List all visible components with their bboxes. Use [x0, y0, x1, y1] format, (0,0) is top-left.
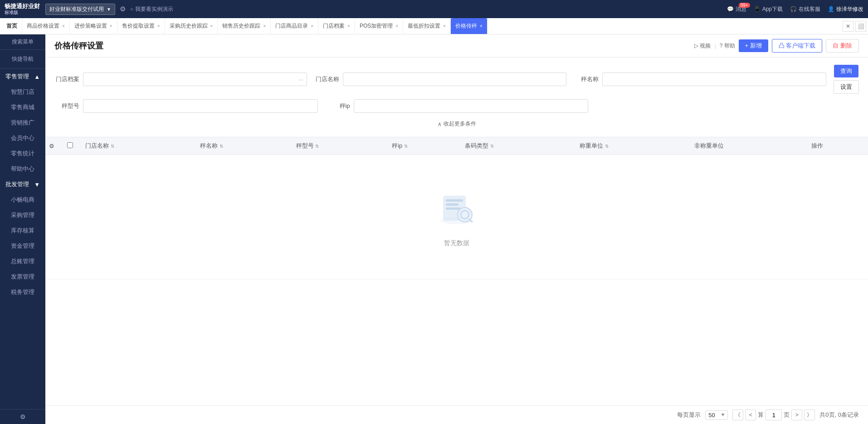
sidebar-item-0-4[interactable]: 零售统计	[0, 146, 45, 161]
table-header-5[interactable]: 秤ip ⇅	[388, 137, 461, 155]
download-button[interactable]: 凸 客户端下载	[772, 39, 823, 53]
page-number-input[interactable]	[766, 410, 782, 420]
tab-item-5[interactable]: 销售历史价跟踪×	[218, 18, 271, 34]
headset-icon: 🎧	[790, 6, 797, 12]
tab-item-1[interactable]: 商品价格设置×	[22, 18, 70, 34]
sidebar-settings-icon[interactable]: ⚙	[0, 409, 45, 424]
select-all-checkbox[interactable]	[67, 142, 73, 148]
sidebar-quick-nav: 快捷导航	[0, 50, 45, 69]
app-download-button[interactable]: 📱 App下载	[754, 5, 783, 13]
page-header: 价格传秤设置 ▷ 视频 | ? 帮助 + 新增 凸 客户端下载 自 删除	[45, 34, 868, 58]
query-button[interactable]: 查询	[834, 65, 858, 77]
online-service-button[interactable]: 🎧 在线客服	[790, 5, 820, 13]
sidebar-group-1[interactable]: 批发管理▼	[0, 177, 45, 192]
table-wrapper: ⚙门店名称 ⇅秤名称 ⇅秤型号 ⇅秤ip ⇅条码类型 ⇅称重单位 ⇅非称重单位操…	[45, 137, 868, 405]
tab-close-5[interactable]: ×	[263, 24, 266, 29]
tab-item-2[interactable]: 进价策略设置×	[70, 18, 117, 34]
help-link[interactable]: ? 帮助	[720, 42, 735, 50]
next-page-button[interactable]: >	[791, 410, 802, 420]
tab-close-4[interactable]: ×	[210, 24, 213, 29]
user-profile-button[interactable]: 👤 徐泽华修改	[828, 5, 863, 13]
tab-close-2[interactable]: ×	[110, 24, 112, 29]
data-table: ⚙门店名称 ⇅秤名称 ⇅秤型号 ⇅秤ip ⇅条码类型 ⇅称重单位 ⇅非称重单位操…	[45, 137, 868, 279]
sidebar-extra-item-2[interactable]: 库存核算	[0, 223, 45, 238]
video-link[interactable]: ▷ 视频	[694, 42, 711, 50]
last-page-button[interactable]: 》	[804, 410, 815, 420]
tab-item-9[interactable]: 最低折扣设置×	[403, 18, 451, 34]
svg-rect-2	[446, 199, 463, 202]
table-header-2[interactable]: 门店名称 ⇅	[82, 137, 196, 155]
empty-icon	[434, 187, 479, 232]
table-header-3[interactable]: 秤名称 ⇅	[196, 137, 293, 155]
tab-item-8[interactable]: POS加密管理×	[355, 18, 403, 34]
close-tab-button[interactable]: ✕	[843, 21, 853, 32]
prev-page-button[interactable]: <	[745, 410, 756, 420]
table-header-6[interactable]: 条码类型 ⇅	[461, 137, 576, 155]
tab-controls: ✕ ⬜	[843, 21, 866, 32]
sidebar-item-0-5[interactable]: 帮助中心	[0, 161, 45, 177]
sidebar-extra-item-1[interactable]: 采购管理	[0, 207, 45, 223]
tab-item-7[interactable]: 门店档案×	[318, 18, 355, 34]
store-file-input-wrapper: ···	[83, 72, 307, 86]
total-info: 共0页, 0条记录	[819, 411, 859, 419]
sidebar-item-0-1[interactable]: 零售商城	[0, 100, 45, 115]
sidebar-item-0-0[interactable]: 智慧门店	[0, 84, 45, 100]
svg-rect-4	[446, 207, 460, 210]
table-settings-icon[interactable]: ⚙	[49, 143, 54, 149]
sidebar-extra-item-5[interactable]: 发票管理	[0, 269, 45, 284]
sidebar-extra-item-3[interactable]: 资金管理	[0, 238, 45, 254]
sidebar-extra-item-6[interactable]: 税务管理	[0, 284, 45, 300]
sidebar-group-0[interactable]: 零售管理▲	[0, 69, 45, 84]
table-header-8: 非称重单位	[691, 137, 807, 155]
tab-close-6[interactable]: ×	[311, 24, 313, 29]
scale-ip-input[interactable]	[354, 99, 589, 113]
content-area: 价格传秤设置 ▷ 视频 | ? 帮助 + 新增 凸 客户端下载 自 删除	[45, 34, 868, 424]
pagination: 《 < 算 页 > 》	[732, 410, 815, 420]
store-file-input[interactable]	[83, 72, 307, 86]
sidebar-extra-item-4[interactable]: 总账管理	[0, 254, 45, 269]
scale-name-input[interactable]	[602, 72, 826, 86]
tab-item-10[interactable]: 价格传秤×	[451, 18, 488, 34]
more-icon[interactable]: ···	[298, 76, 303, 83]
per-page-label: 每页显示	[677, 411, 701, 419]
sidebar-item-0-2[interactable]: 营销推广	[0, 115, 45, 130]
sidebar-quick-nav-item[interactable]: 快捷导航	[0, 53, 45, 66]
page-label: 算	[758, 411, 764, 419]
tab-close-3[interactable]: ×	[157, 24, 160, 29]
scale-model-input[interactable]	[83, 99, 318, 113]
sidebar-group-label-1: 批发管理	[5, 180, 29, 188]
scale-model-field: 秤型号	[54, 99, 318, 113]
demo-link[interactable]: ○ 我要看实例演示	[130, 5, 173, 13]
table-header-0: ⚙	[45, 137, 63, 155]
add-button[interactable]: + 新增	[739, 39, 768, 52]
tab-close-1[interactable]: ×	[62, 24, 65, 29]
table-header-row: ⚙门店名称 ⇅秤名称 ⇅秤型号 ⇅秤ip ⇅条码类型 ⇅称重单位 ⇅非称重单位操…	[45, 137, 868, 155]
sidebar-extra-item-0[interactable]: 小畅电商	[0, 192, 45, 207]
first-page-button[interactable]: 《	[732, 410, 743, 420]
version-selector[interactable]: 好业财标准版交付试用 ▼	[45, 4, 115, 15]
sidebar-extra: 小畅电商采购管理库存核算资金管理总账管理发票管理税务管理	[0, 192, 45, 300]
table-header-7[interactable]: 称重单位 ⇅	[576, 137, 691, 155]
settings-icon[interactable]: ⚙	[120, 5, 126, 13]
table-header-4[interactable]: 秤型号 ⇅	[293, 137, 389, 155]
sidebar-group-label-0: 零售管理	[5, 72, 29, 81]
settings-form-button[interactable]: 设置	[834, 80, 859, 94]
tab-item-4[interactable]: 采购历史价跟踪×	[165, 18, 218, 34]
sidebar-item-0-3[interactable]: 会员中心	[0, 130, 45, 146]
tab-item-3[interactable]: 售价提取设置×	[117, 18, 165, 34]
delete-button[interactable]: 自 删除	[826, 39, 859, 53]
sidebar-search[interactable]: 搜索菜单	[0, 34, 45, 50]
tab-close-7[interactable]: ×	[347, 24, 350, 29]
messages-button[interactable]: 💬 消息 99+	[727, 5, 746, 13]
per-page-select[interactable]: 20 50 100	[705, 410, 728, 420]
page-unit: 页	[784, 411, 790, 419]
tab-close-8[interactable]: ×	[395, 24, 398, 29]
sort-icon: ⇅	[490, 144, 494, 149]
tab-close-9[interactable]: ×	[443, 24, 446, 29]
maximize-tab-button[interactable]: ⬜	[855, 21, 866, 32]
store-name-input[interactable]	[343, 72, 567, 86]
tab-item-0[interactable]: 首页	[2, 18, 22, 34]
tab-close-10[interactable]: ×	[480, 24, 483, 29]
collapse-button[interactable]: ∧ 收起更多条件	[438, 120, 476, 128]
tab-item-6[interactable]: 门店商品目录×	[271, 18, 318, 34]
